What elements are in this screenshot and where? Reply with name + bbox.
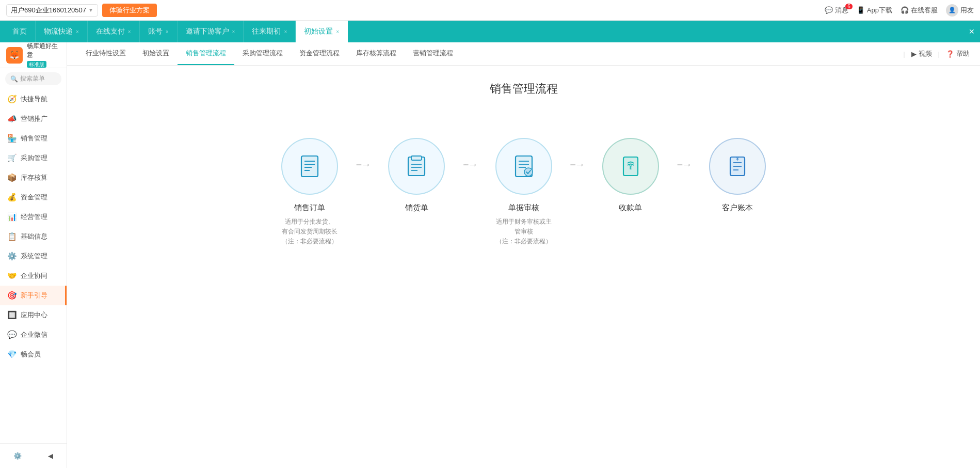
sidebar-item-label: 应用中心	[21, 310, 47, 320]
sub-tab-label: 初始设置	[142, 49, 169, 57]
online-service-label: 在线客服	[911, 6, 938, 15]
sidebar-item-guide[interactable]: 🎯 新手引导	[0, 286, 67, 305]
collapse-button[interactable]: ◀	[41, 448, 60, 464]
svg-text:¥: ¥	[629, 162, 633, 171]
flow-arrow-2: --→	[463, 138, 477, 170]
close-icon[interactable]: ×	[336, 29, 339, 35]
help-link[interactable]: ❓ 帮助	[946, 49, 970, 58]
sidebar-item-operations[interactable]: 📊 经营管理	[0, 207, 67, 227]
finance-icon: 💰	[7, 193, 17, 202]
sidebar-item-wechat[interactable]: 💬 企业微信	[0, 325, 67, 345]
sidebar-item-purchase[interactable]: 🛒 采购管理	[0, 148, 67, 168]
close-icon[interactable]: ×	[166, 29, 169, 35]
sidebar-item-label: 采购管理	[21, 153, 47, 163]
flow-step-sales-order: 销售订单 适用于分批发货、有合同发货周期较长（注：非必要流程）	[263, 138, 356, 247]
sub-tab-industry[interactable]: 行业特性设置	[77, 42, 134, 65]
nav-tab-label: 账号	[148, 27, 163, 36]
logo-name: 畅库通好生意	[27, 42, 60, 59]
close-all-button[interactable]: ✕	[963, 27, 980, 36]
basic-info-icon: 📋	[7, 232, 17, 241]
chevron-down-icon: ▼	[88, 7, 93, 13]
inventory-icon: 📦	[7, 173, 17, 182]
sidebar-bottom: ⚙️ ◀	[0, 443, 67, 468]
sidebar-item-enterprise[interactable]: 🤝 企业协同	[0, 266, 67, 286]
sidebar-item-label: 企业协同	[21, 271, 47, 280]
video-label: 视频	[919, 49, 932, 58]
sidebar-item-sales[interactable]: 🏪 销售管理	[0, 129, 67, 148]
arrow-icon: --→	[356, 159, 370, 170]
sidebar-item-label: 营销推广	[21, 114, 47, 123]
nav-tab-home[interactable]: 首页	[4, 21, 36, 42]
help-icon: ❓	[946, 50, 954, 58]
arrow-icon: --→	[570, 159, 584, 170]
sidebar-search[interactable]: 🔍 搜索菜单	[0, 68, 67, 89]
main-layout: 🦊 畅库通好生意 标准版 🔍 搜索菜单 🧭 快捷导航 📣 营销推广 🏪 销售管理…	[0, 42, 980, 468]
try-solution-button[interactable]: 体验行业方案	[102, 4, 157, 17]
sub-tab-marketing-flow[interactable]: 营销管理流程	[405, 42, 461, 65]
sidebar-item-inventory[interactable]: 📦 库存核算	[0, 168, 67, 188]
sub-tab-inventory-flow[interactable]: 库存核算流程	[348, 42, 405, 65]
top-bar-left: 用户690企业1660120507 ▼ 体验行业方案	[6, 4, 157, 17]
sidebar-item-basic-info[interactable]: 📋 基础信息	[0, 227, 67, 246]
sub-tab-label: 销售管理流程	[186, 49, 226, 57]
nav-tab-invite[interactable]: 邀请下游客户 ×	[178, 21, 244, 42]
message-item[interactable]: 💬 消息 6	[825, 6, 848, 15]
logo-icon: 🦊	[6, 47, 23, 64]
flow-arrow-1: --→	[356, 138, 370, 170]
nav-tab-payment[interactable]: 在线支付 ×	[88, 21, 140, 42]
flow-step-name: 客户账本	[722, 203, 753, 213]
sidebar-item-label: 经营管理	[21, 212, 47, 222]
search-icon: 🔍	[10, 75, 18, 83]
sub-tabs: 行业特性设置 初始设置 销售管理流程 采购管理流程 资金管理流程 库存核算流程 …	[67, 42, 980, 66]
sub-tab-sales-flow[interactable]: 销售管理流程	[178, 42, 234, 65]
sidebar-item-label: 企业微信	[21, 330, 47, 339]
flow-circle-audit	[495, 138, 552, 195]
nav-tab-logistics[interactable]: 物流快递 ×	[36, 21, 88, 42]
sub-tab-initial[interactable]: 初始设置	[134, 42, 178, 65]
sidebar-item-finance[interactable]: 💰 资金管理	[0, 188, 67, 207]
settings-button[interactable]: ⚙️	[6, 448, 29, 464]
separator2: |	[938, 50, 940, 58]
top-bar: 用户690企业1660120507 ▼ 体验行业方案 💬 消息 6 📱 App下…	[0, 0, 980, 21]
headset-icon: 🎧	[901, 6, 909, 14]
arrow-icon: --→	[677, 159, 691, 170]
flow-step-desc: 适用于分批发货、有合同发货周期较长（注：非必要流程）	[282, 217, 338, 247]
video-link[interactable]: ▶ 视频	[911, 49, 932, 58]
flow-arrow-4: --→	[677, 138, 691, 170]
nav-tab-period[interactable]: 往来期初 ×	[244, 21, 296, 42]
close-icon[interactable]: ×	[76, 29, 79, 35]
sidebar-item-navigation[interactable]: 🧭 快捷导航	[0, 89, 67, 109]
sidebar-item-label: 资金管理	[21, 193, 47, 202]
nav-tab-account[interactable]: 账号 ×	[140, 21, 178, 42]
sidebar-item-marketing[interactable]: 📣 营销推广	[0, 109, 67, 129]
online-service-item[interactable]: 🎧 在线客服	[901, 6, 938, 15]
flow-step-name: 销货单	[405, 203, 428, 213]
nav-tab-label: 在线支付	[96, 27, 125, 36]
logo-badge: 标准版	[27, 61, 46, 68]
svg-text:¥: ¥	[735, 156, 739, 162]
sidebar-logo: 🦊 畅库通好生意 标准版	[0, 42, 67, 68]
sub-tab-finance-flow[interactable]: 资金管理流程	[291, 42, 348, 65]
flow-step-name: 收款单	[619, 203, 642, 213]
app-download-item[interactable]: 📱 App下载	[857, 6, 892, 15]
flow-step-ledger: ¥ 客户账本	[691, 138, 784, 217]
user-avatar-item[interactable]: 👤 用友	[946, 4, 974, 17]
purchase-icon: 🛒	[7, 153, 17, 163]
sidebar-item-system[interactable]: ⚙️ 系统管理	[0, 246, 67, 266]
sidebar-item-label: 新手引导	[21, 291, 47, 300]
nav-tab-label: 首页	[12, 27, 27, 36]
flow-step-desc: 适用于财务审核或主管审核（注：非必要流程）	[496, 217, 552, 247]
nav-tab-init[interactable]: 初始设置 ×	[296, 21, 348, 42]
close-icon[interactable]: ×	[128, 29, 131, 35]
sidebar-item-appstore[interactable]: 🔲 应用中心	[0, 305, 67, 325]
download-icon: 📱	[857, 6, 865, 14]
user-selector[interactable]: 用户690企业1660120507 ▼	[6, 4, 98, 17]
close-icon[interactable]: ×	[232, 29, 235, 35]
separator: |	[903, 50, 905, 58]
sidebar-item-member[interactable]: 💎 畅会员	[0, 345, 67, 364]
search-inner[interactable]: 🔍 搜索菜单	[5, 72, 61, 85]
close-icon[interactable]: ×	[284, 29, 287, 35]
flow-step-receipt: ¥ 收款单	[584, 138, 677, 217]
flow-arrow-3: --→	[570, 138, 584, 170]
sub-tab-purchase-flow[interactable]: 采购管理流程	[234, 42, 291, 65]
